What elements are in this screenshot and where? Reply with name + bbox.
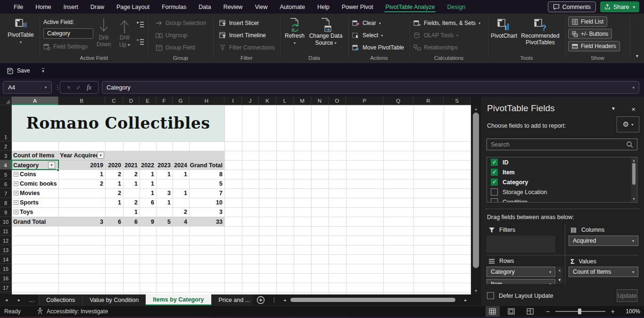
pivot-value[interactable]: 1 xyxy=(140,179,156,188)
sheet-tab-value-by-condition[interactable]: Value by Condition xyxy=(82,294,146,305)
grand-total-value[interactable]: 4 xyxy=(173,217,189,227)
grand-total-header[interactable]: Grand Total xyxy=(189,161,224,170)
menu-tab-page-layout[interactable]: Page Layout xyxy=(110,0,156,14)
zoom-in-icon[interactable]: + xyxy=(607,308,619,315)
sheet-overflow-button[interactable]: ... xyxy=(25,294,39,305)
values-field-count-of-items[interactable]: Count of Items▾ xyxy=(569,267,638,277)
expand-formula-bar-icon[interactable]: ▾ xyxy=(632,85,635,90)
column-header-a[interactable]: A xyxy=(12,97,58,105)
pivot-value[interactable]: 1 xyxy=(105,179,123,188)
recommended-pivottables-button[interactable]: ? Recommended PivotTables xyxy=(518,17,562,46)
pivot-value[interactable]: 2 xyxy=(123,170,140,179)
spin-down-icon[interactable]: ▼ xyxy=(558,278,561,282)
add-sheet-button[interactable] xyxy=(253,294,269,305)
row-header-10[interactable]: 10 xyxy=(0,217,12,226)
row-header-3[interactable]: 3 xyxy=(0,151,12,160)
scroll-up-icon[interactable]: ▴ xyxy=(471,106,481,111)
pivot-value[interactable]: 1 xyxy=(140,170,156,179)
spin-up-icon[interactable]: ▲ xyxy=(558,268,561,272)
column-header-d[interactable]: D xyxy=(123,97,140,105)
field-item-condition[interactable]: Condition xyxy=(487,197,637,203)
scroll-down-icon[interactable]: ▾ xyxy=(471,288,481,293)
normal-view-button[interactable] xyxy=(486,306,500,317)
zoom-out-icon[interactable]: − xyxy=(542,308,553,315)
column-header-e[interactable]: E xyxy=(140,97,156,105)
column-header-h[interactable]: H xyxy=(189,97,224,105)
group-field-button[interactable]: 7 Group Field xyxy=(156,42,195,53)
page-break-preview-button[interactable] xyxy=(523,306,537,317)
menu-tab-home[interactable]: Home xyxy=(29,0,57,14)
menu-tab-automate[interactable]: Automate xyxy=(274,0,312,14)
collapse-field-button[interactable] xyxy=(136,39,144,45)
drill-down-button[interactable]: Drill Down xyxy=(95,17,112,48)
field-settings-button[interactable]: Field Settings xyxy=(43,41,88,52)
row-header-5[interactable]: 5 xyxy=(0,170,12,179)
column-header-c[interactable]: C xyxy=(105,97,123,105)
year-header-2023[interactable]: 2023 xyxy=(156,161,173,170)
worksheet-title-cell[interactable]: Romano Collectibles xyxy=(12,105,224,141)
chevron-down-icon[interactable]: ▾ xyxy=(633,5,635,9)
clear-button[interactable]: Clear▾ xyxy=(352,18,381,28)
menu-tab-view[interactable]: View xyxy=(249,0,274,14)
row-header-14[interactable]: 14 xyxy=(0,254,12,264)
pivot-value[interactable]: 1 xyxy=(123,207,140,217)
insert-timeline-button[interactable]: Insert Timeline xyxy=(219,30,266,41)
grand-total-value[interactable]: 3 xyxy=(58,217,105,227)
menu-tab-review[interactable]: Review xyxy=(217,0,249,14)
year-header-2019[interactable]: 2019 xyxy=(58,161,105,170)
row-header-4[interactable]: 4 xyxy=(0,160,12,170)
row-header-12[interactable]: 12 xyxy=(0,236,12,245)
horizontal-scrollbar-thumb[interactable] xyxy=(290,298,455,302)
column-header-n[interactable]: N xyxy=(311,97,329,105)
zoom-level[interactable]: 100% xyxy=(619,308,640,315)
pivot-row-label[interactable]: Toys xyxy=(20,207,33,217)
expand-item-icon[interactable]: + xyxy=(14,200,18,205)
move-pivottable-button[interactable]: Move PivotTable xyxy=(352,42,404,53)
group-selection-button[interactable]: Group Selection xyxy=(156,18,206,28)
pivot-value[interactable]: 1 xyxy=(156,170,173,179)
row-header-16[interactable]: 16 xyxy=(0,273,12,283)
defer-layout-checkbox[interactable] xyxy=(487,292,494,299)
grand-total-label[interactable]: Grand Total xyxy=(13,217,46,227)
column-header-r[interactable]: R xyxy=(413,97,444,105)
pivot-value[interactable]: 2 xyxy=(173,207,189,217)
zoom-slider[interactable] xyxy=(555,311,605,312)
expand-item-icon[interactable]: + xyxy=(14,191,18,196)
sheet-tab-items-by-category[interactable]: Items by Category xyxy=(146,294,211,305)
column-header-p[interactable]: P xyxy=(346,97,383,105)
row-header-2[interactable]: 2 xyxy=(0,141,12,151)
column-header-o[interactable]: O xyxy=(329,97,346,105)
expand-field-button[interactable] xyxy=(136,21,144,28)
column-header-b[interactable]: B xyxy=(58,97,105,105)
field-item-category[interactable]: ✓Category xyxy=(487,177,637,187)
page-layout-view-button[interactable] xyxy=(504,306,519,317)
expand-item-icon[interactable]: + xyxy=(14,210,18,214)
column-header-f[interactable]: F xyxy=(156,97,173,105)
menu-tab-data[interactable]: Data xyxy=(192,0,217,14)
sheet-options-icon[interactable]: ⋮ xyxy=(269,294,280,305)
pivot-value[interactable]: 1 xyxy=(105,198,123,207)
rows-field-category[interactable]: Category▾ xyxy=(487,267,555,277)
sheet-tab-collections[interactable]: Collections xyxy=(39,294,82,305)
column-header-j[interactable]: J xyxy=(242,97,259,105)
scroll-left-icon[interactable]: ◂ xyxy=(284,294,286,305)
row-header-15[interactable]: 15 xyxy=(0,264,12,273)
columns-field-acquired[interactable]: Acquired▾ xyxy=(569,236,638,246)
pivotchart-button[interactable]: PivotChart xyxy=(489,17,519,39)
select-all-corner[interactable] xyxy=(0,97,12,105)
field-list-button[interactable]: Field List xyxy=(568,16,607,27)
drill-up-button[interactable]: Drill Up▾ xyxy=(115,17,134,49)
sheet-tab-price-and[interactable]: Price and ... xyxy=(211,294,253,305)
row-header-17[interactable]: 17 xyxy=(0,283,12,292)
previous-sheet-icon[interactable]: ◂ xyxy=(0,294,13,305)
pivot-row-label[interactable]: Comic books xyxy=(20,179,57,188)
pivot-row-total[interactable]: 7 xyxy=(189,188,224,198)
pivot-value[interactable]: 6 xyxy=(140,198,156,207)
search-input[interactable]: Search xyxy=(487,139,637,150)
pivot-value[interactable]: 2 xyxy=(105,188,123,198)
ungroup-button[interactable]: Ungroup xyxy=(156,30,187,41)
row-header-11[interactable]: 11 xyxy=(0,226,12,236)
share-button[interactable]: Share ▾ xyxy=(600,1,639,12)
row-header-8[interactable]: 8 xyxy=(0,198,12,207)
expand-item-icon[interactable]: + xyxy=(14,172,18,177)
